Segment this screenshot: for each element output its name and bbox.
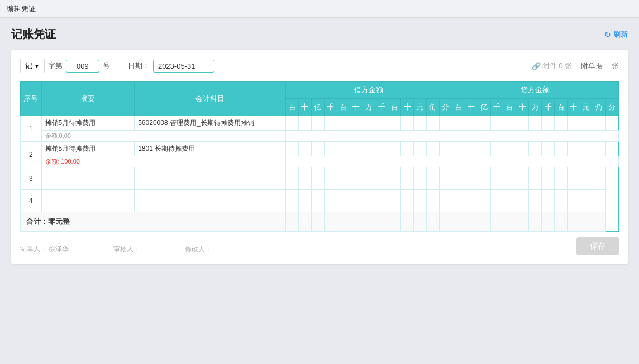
total-label: 合计：零元整	[21, 212, 286, 232]
voucher-card: 记 ▼ 字第 号 日期： 🔗 附件 0 张 附单据 张	[11, 50, 628, 264]
row1-summary[interactable]: 摊销5月待摊费用	[41, 116, 135, 131]
table-row-balance2: 余额:-100.00	[21, 156, 619, 167]
creator-name: 徐泽华	[49, 245, 69, 253]
debit-char-11: 元	[414, 99, 427, 116]
main-content: 记账凭证 ↻ 刷新 记 ▼ 字第 号 日期： 🔗	[0, 18, 639, 364]
row3-summary[interactable]	[41, 167, 135, 190]
page-header: 记账凭证 ↻ 刷新	[11, 27, 628, 42]
row2-seq: 2	[21, 142, 42, 167]
refresh-icon: ↻	[604, 30, 611, 39]
row1-balance: 余额:0.00	[41, 131, 286, 142]
page-title: 记账凭证	[11, 27, 56, 42]
voucher-type-field: 记 ▼ 字第 号	[20, 59, 110, 73]
attach-single-label[interactable]: 附单据	[581, 61, 603, 71]
footer-info: 制单人： 徐泽华 审核人： 修改人：	[20, 245, 212, 254]
window-title-bar: 编辑凭证	[0, 0, 639, 18]
row3-account[interactable]	[135, 167, 286, 190]
row2-balance: 余额:-100.00	[41, 156, 286, 167]
date-label: 日期：	[128, 61, 150, 71]
debit-char-9: 百	[388, 99, 401, 116]
creator-label: 制单人：	[20, 245, 47, 253]
credit-char-6: 十	[516, 99, 529, 116]
voucher-table: 序号 摘要 会计科目 借方金额 贷方金额 百 十 亿 千 百 十 万 千 百	[20, 81, 619, 232]
header-account: 会计科目	[135, 82, 286, 116]
row4-account[interactable]	[135, 190, 286, 212]
header-debit: 借方金额	[286, 82, 452, 99]
reviewer-label: 审核人：	[113, 245, 140, 253]
row1-seq: 1	[21, 116, 42, 142]
hao-label: 号	[103, 61, 110, 71]
header-seq: 序号	[21, 82, 42, 116]
date-input[interactable]	[153, 60, 214, 73]
row3-seq: 3	[21, 167, 42, 190]
row4-summary[interactable]	[41, 190, 135, 212]
row1-account[interactable]: 56020008 管理费用_长期待摊费用摊销	[135, 116, 286, 131]
credit-char-5: 百	[503, 99, 516, 116]
row4-seq: 4	[21, 190, 42, 212]
table-row: 3	[21, 167, 619, 190]
attachment-link[interactable]: 🔗 附件 0 张	[532, 61, 572, 71]
creator-field: 制单人： 徐泽华	[20, 245, 69, 254]
header-credit: 贷方金额	[452, 82, 618, 99]
table-row: 2 摊销5月待摊费用 1801 长期待摊费用	[21, 142, 619, 156]
attachment-area: 🔗 附件 0 张 附单据 张	[532, 61, 619, 71]
credit-char-3: 亿	[478, 99, 490, 116]
table-row-balance1: 余额:0.00	[21, 131, 619, 142]
debit-char-3: 亿	[311, 99, 324, 116]
debit-char-2: 十	[298, 99, 311, 116]
credit-char-1: 百	[452, 99, 465, 116]
paperclip-icon: 🔗	[532, 62, 541, 70]
attachment-count: 0 张	[559, 61, 572, 71]
footer-area: 制单人： 徐泽华 审核人： 修改人： 保存	[20, 237, 619, 255]
debit-char-7: 万	[363, 99, 375, 116]
credit-char-13: 分	[605, 99, 618, 116]
dropdown-icon: ▼	[34, 63, 40, 69]
table-row: 1 摊销5月待摊费用 56020008 管理费用_长期待摊费用摊销	[21, 116, 619, 131]
modifier-label: 修改人：	[185, 245, 212, 253]
form-row: 记 ▼ 字第 号 日期： 🔗 附件 0 张 附单据 张	[20, 59, 619, 73]
credit-char-12: 角	[593, 99, 605, 116]
debit-char-5: 百	[337, 99, 350, 116]
header-summary: 摘要	[41, 82, 135, 116]
table-row: 4	[21, 190, 619, 212]
debit-char-1: 百	[286, 99, 299, 116]
debit-char-12: 角	[427, 99, 440, 116]
credit-char-4: 千	[490, 99, 503, 116]
credit-char-8: 千	[542, 99, 555, 116]
credit-char-9: 百	[555, 99, 568, 116]
refresh-button[interactable]: ↻ 刷新	[604, 30, 628, 40]
date-field: 日期：	[128, 60, 214, 73]
debit-char-13: 分	[439, 99, 452, 116]
modifier-field: 修改人：	[185, 245, 212, 254]
voucher-number-input[interactable]	[66, 60, 99, 73]
debit-char-4: 千	[324, 99, 337, 116]
debit-char-10: 十	[401, 99, 414, 116]
reviewer-field: 审核人：	[113, 245, 140, 254]
window-title: 编辑凭证	[7, 4, 36, 14]
refresh-label: 刷新	[613, 30, 628, 40]
debit-char-8: 千	[375, 99, 388, 116]
row2-summary[interactable]: 摊销5月待摊费用	[41, 142, 135, 156]
voucher-type-value: 记	[25, 61, 32, 71]
zidi-label: 字第	[48, 61, 63, 71]
total-row: 合计：零元整	[21, 212, 619, 232]
attachment-label: 附件	[542, 61, 557, 71]
debit-char-6: 十	[350, 99, 363, 116]
credit-char-11: 元	[580, 99, 593, 116]
zhang-label: 张	[612, 61, 619, 71]
credit-char-7: 万	[529, 99, 542, 116]
credit-char-10: 十	[568, 99, 580, 116]
credit-char-2: 十	[465, 99, 478, 116]
voucher-type-button[interactable]: 记 ▼	[20, 59, 45, 73]
row2-account[interactable]: 1801 长期待摊费用	[135, 142, 286, 156]
save-button[interactable]: 保存	[576, 237, 619, 255]
